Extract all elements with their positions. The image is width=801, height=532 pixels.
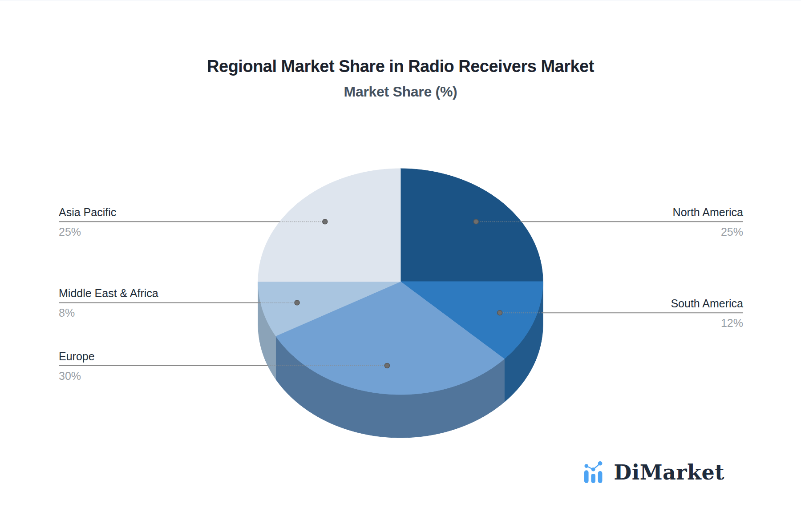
slice-name: Europe: [59, 350, 95, 363]
slice-name: North America: [673, 206, 743, 219]
slice-percentage: 25%: [59, 225, 116, 238]
brand-logo: DiMarket: [583, 460, 724, 485]
slice-name: Asia Pacific: [59, 206, 116, 219]
pie-chart: [0, 1, 801, 532]
slice-label-asia-pacific: Asia Pacific25%: [59, 206, 116, 238]
slice-percentage: 30%: [59, 369, 95, 383]
leader-dot: [384, 363, 389, 368]
leader-dot: [323, 219, 328, 224]
slice-label-south-america: South America12%: [671, 297, 743, 330]
bar-line-chart-icon: [583, 460, 607, 485]
slice-name: Middle East & Africa: [59, 286, 158, 300]
slice-percentage: 25%: [673, 225, 743, 238]
pie-slice-north-america: [400, 169, 543, 282]
slice-label-middle-east-africa: Middle East & Africa8%: [59, 286, 158, 319]
leader-dot: [498, 310, 502, 315]
brand-name: DiMarket: [614, 460, 724, 484]
slice-label-north-america: North America25%: [673, 206, 743, 238]
slice-label-europe: Europe30%: [59, 350, 95, 383]
leader-dot: [295, 300, 299, 305]
pie-slice-asia-pacific: [258, 169, 400, 282]
slice-name: South America: [671, 297, 743, 310]
slice-percentage: 8%: [59, 306, 158, 319]
leader-dot: [473, 219, 478, 224]
slice-percentage: 12%: [671, 316, 743, 330]
